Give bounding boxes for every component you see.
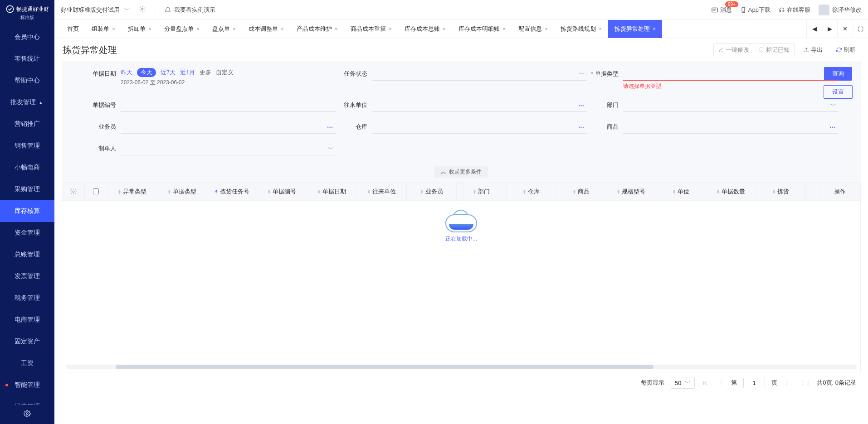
sidebar-item[interactable]: 销售管理 [0,135,54,157]
page-next[interactable]: 〉 [784,379,793,387]
column-header[interactable]: ▲▼往来单位 [357,183,407,200]
tab[interactable]: 拣货路线规划× [554,20,608,38]
close-icon[interactable]: × [112,26,115,32]
close-icon[interactable]: × [443,26,446,32]
salesman-picker[interactable]: ⋯ [121,121,336,134]
sidebar-settings-icon[interactable] [0,405,54,424]
column-header[interactable]: ▲▼单据类型 [157,183,207,200]
sidebar-item[interactable]: 经营管理 [0,396,54,405]
warehouse-picker[interactable]: ⋯ [372,121,587,134]
task-status-select[interactable]: ﹀ [372,68,587,81]
column-header[interactable]: ▲▼单位 [656,183,706,200]
column-header[interactable]: ▲▼业务员 [407,183,457,200]
more-icon: ⋯ [327,124,334,130]
tab[interactable]: 配置信息× [512,20,554,38]
close-icon[interactable]: × [233,26,236,32]
tab[interactable]: 库存成本总账× [398,20,452,38]
tab[interactable]: 商品成本重算× [344,20,398,38]
sidebar-item[interactable]: 小畅电商 [0,157,54,178]
close-icon[interactable]: × [148,26,151,32]
sidebar-item[interactable]: 电商管理 [0,309,54,331]
horizontal-scrollbar[interactable] [66,365,857,369]
sidebar-item[interactable]: 营销推广 [0,113,54,135]
sidebar-item[interactable]: 税务管理 [0,287,54,309]
tab[interactable]: 产品成本维护× [290,20,344,38]
date-preset[interactable]: 昨天 [121,68,132,77]
export-button[interactable]: 导出 [799,44,827,56]
close-icon[interactable]: × [196,26,200,32]
demo-link[interactable]: 我要看实例演示 [164,6,215,14]
tab-scroll-left[interactable]: ◀ [806,20,822,38]
date-preset[interactable]: 近1月 [180,68,195,77]
column-header[interactable]: ▲▼单据数量 [706,183,756,200]
column-header[interactable]: ▲▼异常类型 [107,183,157,200]
tab[interactable]: 成本调整单× [242,20,290,38]
tab[interactable]: 库存成本明细账× [452,20,512,38]
sidebar-item[interactable]: 总账管理 [0,244,54,265]
close-icon[interactable]: × [335,26,338,32]
messages-button[interactable]: 消息 99+ [711,6,732,14]
column-header[interactable]: ▲▼商品 [556,183,606,200]
fullscreen-icon[interactable] [853,20,868,38]
product-selector[interactable]: 好业财标准版交付试用 ﹀ [61,6,130,14]
table-settings-icon[interactable] [62,183,85,200]
sidebar-item[interactable]: 采购管理 [0,178,54,200]
maker-select[interactable]: ﹀ [121,143,336,155]
sidebar-item[interactable]: 智能管理 [0,374,54,396]
column-header[interactable]: ▲▼部门 [457,183,507,200]
tab-bar: 首页组装单×拆卸单×分量盘点单×盘点单×成本调整单×产品成本维护×商品成本重算×… [54,20,868,38]
collapse-filters-button[interactable]: ︽收起更多条件 [434,166,488,178]
page-prev[interactable]: 〈 [715,379,725,387]
date-preset[interactable]: 今天 [137,68,156,77]
field-product: 商品 ⋯ [587,121,838,134]
tab[interactable]: 分量盘点单× [158,20,206,38]
doc-no-input[interactable] [121,99,336,112]
pagination-bar: 每页显示 50 ﹀ K 〈 第 页 〉 〉| 共0页, 0条记录 [54,372,868,393]
close-icon[interactable]: × [281,26,284,32]
sidebar-item[interactable]: 库存核算 [0,200,54,222]
column-header[interactable]: ▲▼仓库 [507,183,556,200]
close-icon[interactable]: × [599,26,602,32]
sidebar-item[interactable]: 工资 [0,352,54,374]
sidebar-item[interactable]: 帮助中心 [0,70,54,92]
close-icon[interactable]: × [389,26,392,32]
sidebar-item[interactable]: 批发管理 [0,92,54,113]
page-last[interactable]: 〉| [800,379,810,387]
tab[interactable]: 盘点单× [206,20,242,38]
user-menu[interactable]: 徐泽华修改 [819,5,862,15]
sidebar-item[interactable]: 会员中心 [0,26,54,48]
app-download-button[interactable]: App下载 [740,6,770,14]
per-page-select[interactable]: 50 ﹀ [671,377,695,389]
date-preset[interactable]: 自定义 [216,68,234,77]
tab-close-all[interactable]: ✕ [837,20,853,38]
tab[interactable]: 拆卸单× [122,20,158,38]
tab-scroll-right[interactable]: ▶ [822,20,837,38]
tab[interactable]: 拣货异常处理× [608,20,662,38]
refresh-button[interactable]: 刷新 [832,44,860,56]
sidebar-item[interactable]: 资金管理 [0,222,54,244]
sidebar-item[interactable]: 发票管理 [0,265,54,287]
column-header[interactable]: ▲▼拣货任务号 [207,183,257,200]
date-preset[interactable]: 更多 [200,68,211,77]
close-icon[interactable]: × [653,26,656,32]
column-header[interactable]: ▲▼单据日期 [307,183,357,200]
page-input[interactable] [743,378,765,388]
column-header[interactable]: ▲▼单据编号 [257,183,307,200]
sidebar-item[interactable]: 固定资产 [0,331,54,352]
tab[interactable]: 组装单× [85,20,122,38]
select-all-checkbox[interactable] [85,183,107,200]
date-preset[interactable]: 近7天 [161,68,176,77]
product-picker[interactable]: ⋯ [623,121,838,134]
close-icon[interactable]: × [502,26,506,32]
column-header[interactable]: ▲▼规格型号 [606,183,656,200]
partner-picker[interactable]: ⋯ [372,99,587,112]
doc-type-select[interactable]: ﹀ [623,68,838,81]
column-header[interactable]: ▲▼拣货 [756,183,806,200]
close-icon[interactable]: × [545,26,548,32]
settings-icon[interactable] [139,6,146,14]
dept-select[interactable]: ﹀ [623,99,838,112]
sidebar-item[interactable]: 零售统计 [0,48,54,70]
tab[interactable]: 首页 [61,20,85,38]
support-button[interactable]: 在线客服 [779,6,810,14]
page-first[interactable]: K [701,380,709,386]
